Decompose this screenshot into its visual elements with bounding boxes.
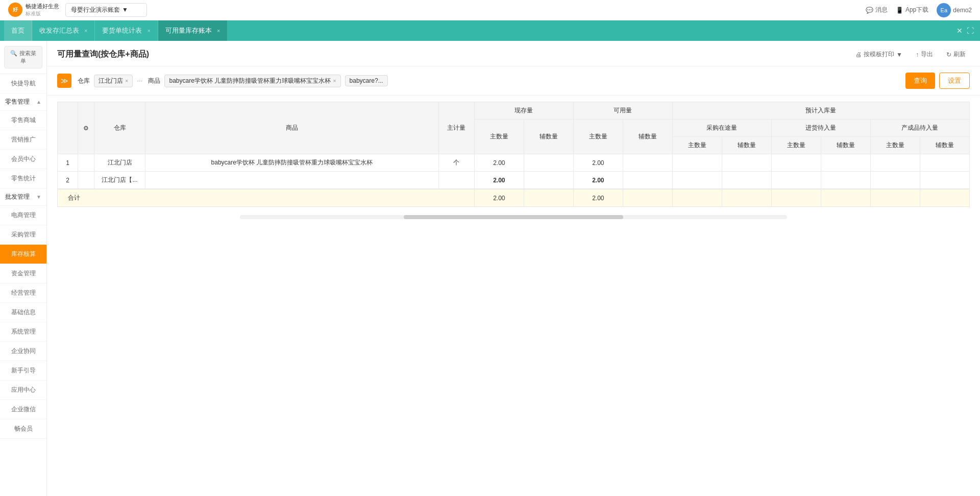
sidebar: 🔍 搜索菜单 快捷导航 零售管理 ▲ 零售商城 营销推广 会员中心 零售统计 批… xyxy=(0,41,47,496)
phone-icon: 📱 xyxy=(896,7,903,14)
sidebar-item-business-mgmt-label: 经营管理 xyxy=(11,289,36,296)
th-available-group: 可用量 xyxy=(573,102,672,120)
th-settings[interactable]: ⚙ xyxy=(78,102,94,154)
tab-order-stat[interactable]: 要货单统计表 × xyxy=(95,20,158,41)
top-bar-left: 好 畅捷通好生意 标准版 母婴行业演示账套 ▼ xyxy=(8,3,147,17)
tab-available-ledger-close[interactable]: × xyxy=(217,28,220,34)
scroll-track xyxy=(240,215,788,219)
filter-toggle-btn[interactable]: ≫ xyxy=(57,74,71,88)
total-purchase-main xyxy=(672,189,722,207)
sidebar-item-member[interactable]: 畅会员 xyxy=(0,419,46,439)
sidebar-item-system-label: 系统管理 xyxy=(11,328,36,335)
row2-product xyxy=(145,172,439,190)
user-menu[interactable]: Ea demo2 xyxy=(937,3,972,17)
nav-close-btn[interactable]: ✕ xyxy=(957,27,963,35)
sidebar-item-ecommerce[interactable]: 电商管理 xyxy=(0,206,46,225)
filter-warehouse-tag[interactable]: 江北门店 × xyxy=(94,75,133,87)
sidebar-item-new-guide[interactable]: 新手引导 xyxy=(0,361,46,381)
sidebar-item-enterprise-collab[interactable]: 企业协同 xyxy=(0,342,46,361)
top-bar-right: 💬 消息 📱 App下载 Ea demo2 xyxy=(866,3,972,17)
refresh-btn[interactable]: ↻ 刷新 xyxy=(942,48,970,61)
row1-check xyxy=(78,154,94,172)
filter-product-tag1[interactable]: babycare学饮杯 儿童防摔防撞吸管杯重力球吸嘴杯宝宝水杯 × xyxy=(164,75,340,87)
avatar: Ea xyxy=(937,3,951,17)
tab-available-ledger[interactable]: 可用量库存账本 × xyxy=(158,20,228,41)
chevron-down-icon: ▼ xyxy=(36,194,41,200)
sidebar-item-retail-mgmt[interactable]: 零售管理 ▲ xyxy=(0,93,46,111)
logo-icon: 好 xyxy=(8,3,22,17)
filter-warehouse-remove[interactable]: × xyxy=(125,78,128,84)
sidebar-item-wholesale-mgmt-label: 批发管理 xyxy=(5,193,30,201)
filter-warehouse-more[interactable]: ··· xyxy=(137,77,142,84)
filter-product-tag2[interactable]: babycare?... xyxy=(345,75,388,86)
export-btn[interactable]: ↑ 导出 xyxy=(912,48,937,61)
settings-button[interactable]: 设置 xyxy=(939,73,970,89)
row2-current-main: 2.00 xyxy=(474,172,524,190)
sidebar-item-business-mgmt[interactable]: 经营管理 xyxy=(0,284,46,303)
nav-spacer xyxy=(228,20,950,41)
row2-unit xyxy=(438,172,474,190)
row2-current-aux xyxy=(524,172,573,190)
user-name: demo2 xyxy=(953,7,972,14)
row2-purchase-aux xyxy=(722,172,771,190)
row1-avail-main: 2.00 xyxy=(573,154,623,172)
row1-warehouse: 江北门店 xyxy=(94,154,145,172)
tab-receive-pay[interactable]: 收发存汇总表 × xyxy=(32,20,95,41)
logo-sub: 标准版 xyxy=(26,10,59,17)
sidebar-item-member-center-label: 会员中心 xyxy=(11,155,36,162)
sidebar-item-purchase[interactable]: 采购管理 xyxy=(0,225,46,245)
refresh-icon: ↻ xyxy=(946,51,951,58)
tab-home[interactable]: 首页 xyxy=(4,20,32,41)
row2-seq: 2 xyxy=(58,172,78,190)
row1-purchase-main xyxy=(672,154,722,172)
settings-icon: ⚙ xyxy=(83,125,89,132)
page-actions: 🖨 按模板打印 ▼ ↑ 导出 ↻ 刷新 xyxy=(851,48,970,61)
scroll-thumb[interactable] xyxy=(404,215,623,219)
app-download-label: App下载 xyxy=(905,6,928,14)
search-icon: 🔍 xyxy=(10,50,17,56)
sidebar-item-member-center[interactable]: 会员中心 xyxy=(0,150,46,169)
filter-product-tag1-remove[interactable]: × xyxy=(333,78,336,84)
logo-text: 畅捷通好生意 xyxy=(26,3,59,10)
sidebar-item-app-center[interactable]: 应用中心 xyxy=(0,381,46,400)
sidebar-item-enterprise-wechat[interactable]: 企业微信 xyxy=(0,400,46,419)
sidebar-search-btn[interactable]: 🔍 搜索菜单 xyxy=(4,46,42,68)
th-avail-main: 主数量 xyxy=(573,120,623,154)
filter-product-label: 商品 xyxy=(148,77,160,85)
message-action[interactable]: 💬 消息 xyxy=(866,6,888,14)
tab-available-ledger-label: 可用量库存账本 xyxy=(165,26,212,35)
app-download-action[interactable]: 📱 App下载 xyxy=(896,6,928,14)
avatar-initials: Ea xyxy=(941,7,947,13)
tab-order-stat-close[interactable]: × xyxy=(147,28,150,34)
sidebar-search-area: 🔍 搜索菜单 xyxy=(0,41,46,74)
tab-receive-pay-close[interactable]: × xyxy=(84,28,87,34)
org-selector[interactable]: 母婴行业演示账套 ▼ xyxy=(65,3,147,17)
th-planned-inbound-group: 预计入库量 xyxy=(672,102,969,120)
print-label: 按模板打印 xyxy=(864,50,894,59)
sidebar-search-label: 搜索菜单 xyxy=(19,50,36,64)
print-btn[interactable]: 🖨 按模板打印 ▼ xyxy=(851,48,906,61)
sidebar-item-inventory[interactable]: 库存核算 xyxy=(0,245,46,264)
table-row: 1 江北门店 babycare学饮杯 儿童防摔防撞吸管杯重力球吸嘴杯宝宝水杯 个… xyxy=(58,154,970,172)
table-container: ⚙ 仓库 商品 主计量 现存量 可用量 预计入库量 主数量 辅数量 xyxy=(47,96,980,213)
sidebar-item-basic-info[interactable]: 基础信息 xyxy=(0,303,46,322)
th-current-aux: 辅数量 xyxy=(524,120,573,154)
nav-fullscreen-btn[interactable]: ⛶ xyxy=(967,27,974,35)
th-seq xyxy=(58,102,78,154)
query-button[interactable]: 查询 xyxy=(905,73,935,89)
sidebar-item-retail-shop[interactable]: 零售商城 xyxy=(0,111,46,130)
export-icon: ↑ xyxy=(916,51,919,58)
sidebar-item-retail-stat[interactable]: 零售统计 xyxy=(0,169,46,188)
sidebar-item-system[interactable]: 系统管理 xyxy=(0,322,46,342)
nav-controls: ✕ ⛶ xyxy=(950,20,980,41)
row2-check xyxy=(78,172,94,190)
row2-incoming-main xyxy=(771,172,821,190)
sidebar-item-marketing[interactable]: 营销推广 xyxy=(0,130,46,150)
row1-incoming-aux xyxy=(821,154,870,172)
sidebar-item-purchase-label: 采购管理 xyxy=(11,231,36,238)
row1-unit: 个 xyxy=(438,154,474,172)
th-product-main: 主数量 xyxy=(870,137,920,154)
sidebar-item-quick-nav[interactable]: 快捷导航 xyxy=(0,74,46,93)
sidebar-item-wholesale-mgmt[interactable]: 批发管理 ▼ xyxy=(0,188,46,206)
sidebar-item-finance[interactable]: 资金管理 xyxy=(0,264,46,284)
